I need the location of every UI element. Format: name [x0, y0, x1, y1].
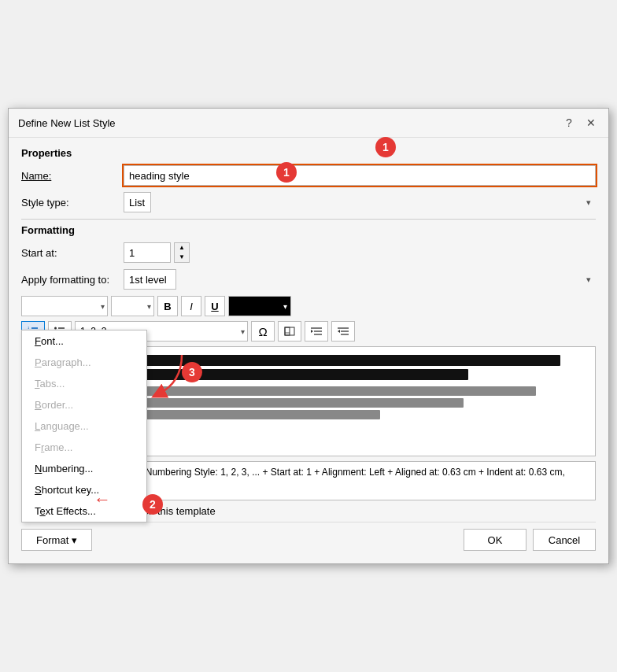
- underline-button[interactable]: U: [205, 296, 225, 316]
- font-size-select[interactable]: [111, 296, 154, 316]
- bold-button[interactable]: B: [157, 296, 178, 316]
- font-size-select-wrapper: [111, 296, 154, 316]
- apply-to-select[interactable]: 1st level 2nd level 3rd level: [124, 269, 176, 290]
- name-label: Name:: [21, 170, 124, 182]
- font-select[interactable]: [21, 296, 108, 316]
- menu-border-rest: order...: [42, 399, 73, 411]
- menu-item-shortcut[interactable]: Shortcut key...: [22, 479, 146, 500]
- decrease-indent-icon: [310, 326, 323, 337]
- menu-item-tabs: Tabs...: [22, 373, 146, 394]
- menu-shortcut-underline: S: [35, 484, 42, 496]
- style-type-select-wrapper: List: [124, 192, 596, 212]
- ok-cancel-buttons: OK Cancel: [464, 529, 596, 551]
- spinner-up[interactable]: ▲: [175, 243, 189, 253]
- annotation-badge-1: 1: [276, 162, 297, 183]
- menu-lang-rest: anguage...: [40, 420, 88, 432]
- divider-1: [21, 219, 596, 220]
- annotation-1: 1: [375, 137, 396, 157]
- menu-numbering-underline: N: [35, 463, 42, 474]
- apply-to-select-wrapper: 1st level 2nd level 3rd level: [124, 269, 596, 290]
- define-new-list-style-dialog: Define New List Style ? ✕ Properties Nam…: [8, 108, 609, 564]
- increase-indent-button[interactable]: [331, 321, 355, 342]
- apply-to-label: Apply formatting to:: [21, 274, 124, 286]
- menu-numbering-rest: umbering...: [42, 463, 93, 474]
- apply-to-row: Apply formatting to: 1st level 2nd level…: [21, 269, 596, 290]
- menu-frame-rest: ame...: [44, 441, 72, 453]
- properties-label: Properties: [21, 147, 596, 159]
- menu-shortcut-rest: hortcut key...: [42, 484, 99, 496]
- font-select-wrapper: [21, 296, 108, 316]
- menu-item-language: Language...: [22, 415, 146, 437]
- close-button[interactable]: ✕: [583, 115, 599, 131]
- font-color-button[interactable]: [228, 296, 291, 316]
- italic-button[interactable]: I: [181, 296, 201, 316]
- increase-indent-icon: [337, 326, 349, 337]
- menu-item-paragraph: Paragraph...: [22, 352, 146, 373]
- arrow-3-svg: [150, 351, 213, 398]
- arrow-2: ←: [94, 489, 111, 510]
- menu-font-underline: F: [35, 335, 41, 347]
- menu-para-rest: aragraph...: [42, 356, 91, 368]
- format-label: Format ▾: [36, 534, 77, 546]
- omega-symbol: Ω: [258, 325, 267, 338]
- menu-effects-rest: xt Effects...: [46, 505, 96, 517]
- start-at-label: Start at:: [21, 247, 124, 259]
- svg-marker-18: [311, 330, 313, 333]
- spinner-buttons: ▲ ▼: [174, 242, 190, 263]
- ok-button[interactable]: OK: [464, 529, 526, 551]
- menu-item-text-effects[interactable]: Text Effects...: [22, 500, 146, 522]
- menu-effects-underline: e: [40, 505, 46, 517]
- start-at-spinner: ▲ ▼: [124, 242, 190, 263]
- menu-para-underline: P: [35, 356, 42, 368]
- annotation-badge-2: 2: [142, 494, 163, 515]
- menu-item-border: Border...: [22, 394, 146, 415]
- style-type-row: Style type: List: [21, 192, 596, 212]
- menu-item-frame: Frame...: [22, 437, 146, 458]
- format-button[interactable]: Format ▾: [21, 529, 92, 551]
- bottom-buttons: Format ▾ OK Cancel: [21, 522, 596, 554]
- spinner-down[interactable]: ▼: [175, 253, 189, 262]
- picture-button[interactable]: [278, 321, 301, 342]
- menu-font-rest: ont...: [41, 335, 64, 347]
- formatting-label: Formatting: [21, 224, 596, 236]
- menu-item-font[interactable]: Font...: [22, 330, 146, 352]
- menu-tabs-rest: abs...: [40, 378, 65, 390]
- format-dropdown-menu: Font... Paragraph... Tabs... Border... L…: [21, 330, 147, 522]
- start-at-input[interactable]: [124, 242, 171, 263]
- omega-button[interactable]: Ω: [251, 321, 275, 342]
- style-type-label: Style type:: [21, 197, 124, 209]
- help-button[interactable]: ?: [561, 115, 577, 131]
- name-row: Name: 1: [21, 165, 596, 186]
- cancel-button[interactable]: Cancel: [533, 529, 596, 551]
- dialog-title: Define New List Style: [18, 117, 116, 129]
- start-at-row: Start at: ▲ ▼: [21, 242, 596, 263]
- decrease-indent-button[interactable]: [305, 321, 328, 342]
- title-bar: Define New List Style ? ✕: [9, 109, 608, 138]
- toolbar-row-1: B I U: [21, 296, 596, 316]
- svg-marker-22: [338, 330, 340, 333]
- picture-icon: [284, 326, 295, 337]
- title-bar-buttons: ? ✕: [561, 115, 599, 131]
- menu-border-underline: B: [35, 399, 42, 411]
- name-input[interactable]: [124, 165, 596, 186]
- menu-item-numbering[interactable]: Numbering...: [22, 458, 146, 479]
- svg-rect-13: [285, 327, 290, 335]
- style-type-select[interactable]: List: [124, 192, 151, 212]
